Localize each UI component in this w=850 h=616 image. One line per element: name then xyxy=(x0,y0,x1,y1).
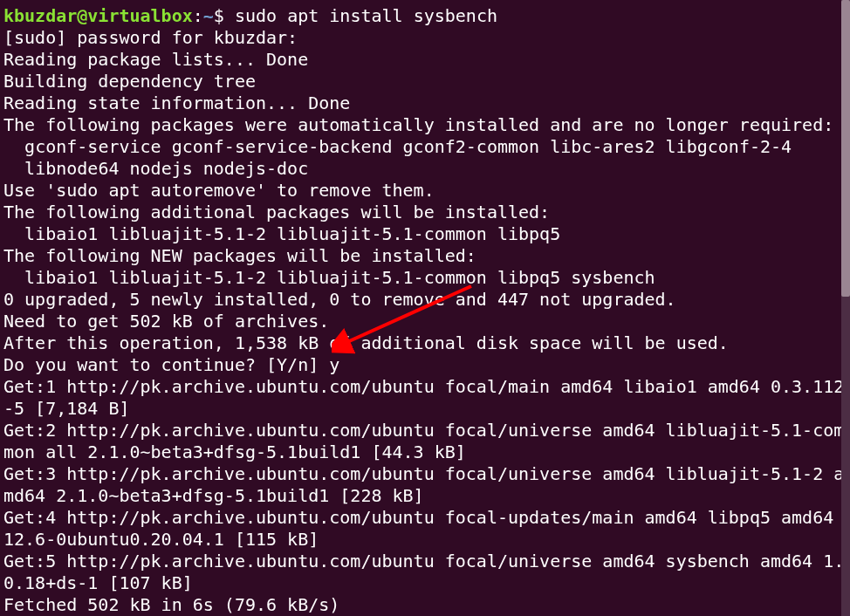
command-text: sudo apt install sysbench xyxy=(235,5,497,26)
output-line: 0 upgraded, 5 newly installed, 0 to remo… xyxy=(3,289,676,310)
output-line: Building dependency tree xyxy=(3,71,256,92)
scrollbar-track[interactable] xyxy=(841,0,850,616)
prompt-separator: : xyxy=(193,5,203,26)
prompt-dollar: $ xyxy=(214,5,235,26)
output-line: Use 'sudo apt autoremove' to remove them… xyxy=(3,180,435,201)
output-line: libnode64 nodejs nodejs-doc xyxy=(3,158,308,179)
prompt-path: ~ xyxy=(203,5,214,26)
output-line: The following packages were automaticall… xyxy=(3,114,833,135)
output-line: gconf-service gconf-service-backend gcon… xyxy=(3,136,792,157)
output-line: Reading state information... Done xyxy=(3,92,350,113)
output-line: Get:5 http://pk.archive.ubuntu.com/ubunt… xyxy=(3,551,844,593)
output-line: Get:4 http://pk.archive.ubuntu.com/ubunt… xyxy=(3,507,844,550)
output-line: The following additional packages will b… xyxy=(3,202,550,222)
scrollbar-thumb[interactable] xyxy=(841,0,850,297)
output-line: Get:3 http://pk.archive.ubuntu.com/ubunt… xyxy=(3,463,844,506)
output-line: After this operation, 1,538 kB of additi… xyxy=(3,332,729,353)
output-line: libaio1 libluajit-5.1-2 libluajit-5.1-co… xyxy=(3,267,655,288)
output-line: The following NEW packages will be insta… xyxy=(3,245,476,266)
output-line: Get:2 http://pk.archive.ubuntu.com/ubunt… xyxy=(3,420,844,462)
output-line: Do you want to continue? [Y/n] y xyxy=(3,354,339,375)
output-line: Reading package lists... Done xyxy=(3,49,308,70)
terminal-output[interactable]: kbuzdar@virtualbox:~$ sudo apt install s… xyxy=(0,0,850,616)
output-line: [sudo] password for kbuzdar: xyxy=(3,27,298,48)
output-line: libaio1 libluajit-5.1-2 libluajit-5.1-co… xyxy=(3,223,560,244)
output-line: Fetched 502 kB in 6s (79.6 kB/s) xyxy=(3,594,339,615)
prompt-user: kbuzdar@virtualbox xyxy=(3,5,193,26)
output-line: Need to get 502 kB of archives. xyxy=(3,311,329,332)
output-line: Get:1 http://pk.archive.ubuntu.com/ubunt… xyxy=(3,376,844,419)
